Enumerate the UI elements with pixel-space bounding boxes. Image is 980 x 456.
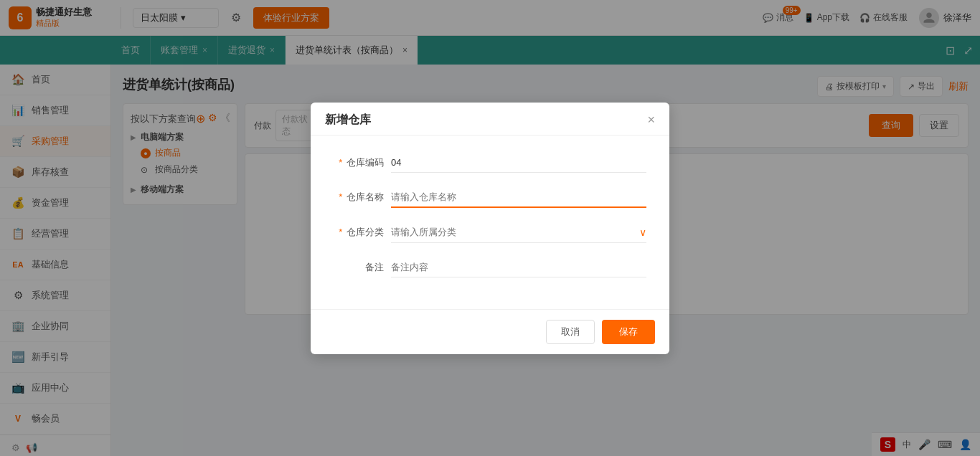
save-btn[interactable]: 保存 (602, 320, 655, 344)
warehouse-category-input[interactable] (391, 227, 639, 237)
warehouse-code-input[interactable] (391, 153, 646, 173)
modal-overlay[interactable]: 新增仓库 × * 仓库编码 * 仓库名称 (0, 0, 980, 456)
warehouse-category-row: * 仓库分类 ∨ (334, 222, 646, 243)
chevron-down-icon: ∨ (639, 227, 646, 238)
warehouse-modal: 新增仓库 × * 仓库编码 * 仓库名称 (311, 103, 669, 354)
warehouse-note-label: 备注 (334, 261, 391, 274)
warehouse-note-input[interactable] (391, 257, 646, 277)
warehouse-note-row: 备注 (334, 257, 646, 277)
warehouse-name-input[interactable] (391, 187, 646, 208)
modal-footer: 取消 保存 (311, 309, 669, 354)
warehouse-name-label: * 仓库名称 (334, 191, 391, 204)
cancel-btn[interactable]: 取消 (546, 320, 595, 344)
warehouse-code-label: * 仓库编码 (334, 156, 391, 169)
modal-header: 新增仓库 × (311, 103, 669, 136)
modal-body: * 仓库编码 * 仓库名称 * 仓库分类 (311, 136, 669, 309)
modal-close-btn[interactable]: × (647, 113, 655, 128)
modal-title: 新增仓库 (325, 113, 371, 128)
warehouse-name-row: * 仓库名称 (334, 187, 646, 208)
warehouse-category-select[interactable]: ∨ (391, 222, 646, 243)
warehouse-category-label: * 仓库分类 (334, 226, 391, 239)
warehouse-code-row: * 仓库编码 (334, 153, 646, 173)
